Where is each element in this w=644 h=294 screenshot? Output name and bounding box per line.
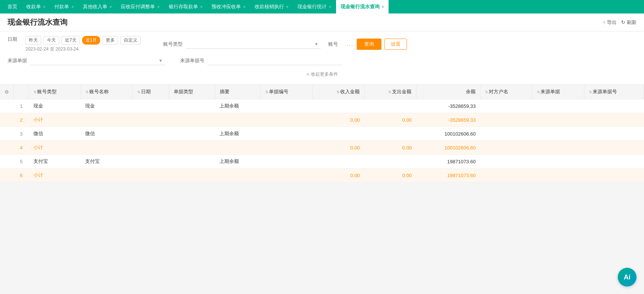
nav-xianjinyinhang[interactable]: 现金银行统计 ×	[293, 0, 336, 13]
cell-source-doc-no	[584, 127, 644, 141]
nav-qitashouru[interactable]: 其他收入单 ×	[78, 0, 116, 13]
close-icon[interactable]: ×	[110, 4, 112, 9]
cell-doc-no	[260, 99, 312, 113]
close-icon[interactable]: ×	[200, 4, 203, 9]
nav-yinhangcunkuan[interactable]: 银行存取款单 ×	[164, 0, 207, 13]
cell-source-doc	[532, 141, 584, 155]
table-row: 6小计0.000.0019871073.60	[0, 169, 644, 182]
cell-expense: 0.00	[364, 169, 416, 182]
cell-counterpart	[480, 155, 532, 169]
col-counterpart[interactable]: ⇅对方户名	[480, 85, 532, 99]
nav-shoukuandan[interactable]: 收款单 ×	[22, 0, 50, 13]
nav-home[interactable]: 首页	[3, 0, 22, 13]
cell-account-type: 现金	[29, 99, 81, 113]
cell-income: 0.00	[312, 169, 365, 182]
cell-settings	[0, 141, 14, 155]
date-btn-today[interactable]: 今天	[44, 36, 59, 45]
cell-date	[133, 127, 169, 141]
nav-fukuandan[interactable]: 付款单 ×	[50, 0, 78, 13]
date-btn-yesterday[interactable]: 昨天	[26, 36, 41, 45]
cell-doc-no	[260, 113, 312, 127]
cell-settings	[0, 169, 14, 182]
cell-expense: 0.00	[364, 141, 416, 155]
account-label: 账号	[328, 41, 343, 48]
cell-expense	[364, 99, 416, 113]
cell-income	[312, 127, 365, 141]
close-icon[interactable]: ×	[286, 4, 288, 9]
account-type-label: 账号类型	[163, 41, 183, 48]
cell-date	[133, 155, 169, 169]
nav-yushouc[interactable]: 预收冲应收单 ×	[207, 0, 250, 13]
cell-income	[312, 155, 365, 169]
col-source-doc[interactable]: ⇅来源单据	[532, 85, 584, 99]
source-doc-no-label: 来源单据号	[180, 57, 204, 64]
table-container: ⚙ ⇅账号类型 ⇅账号名称 ⇅日期 单据类型 摘要 ⇅单据编号 ⇅收入金额 ⇅支…	[0, 85, 644, 182]
cell-doc-type	[169, 99, 215, 113]
cell-account-type: 小计	[29, 113, 81, 127]
cell-balance: 19871073.60	[416, 155, 480, 169]
header-actions: ↑ 导出 ↻ 刷新	[603, 19, 637, 26]
cell-income	[312, 99, 365, 113]
date-btn-custom[interactable]: 自定义	[120, 36, 141, 45]
col-income[interactable]: ⇅收入金额	[312, 85, 365, 99]
date-label: 日期	[8, 36, 23, 43]
col-doc-no[interactable]: ⇅单据编号	[260, 85, 312, 99]
source-doc-select[interactable]: ▾	[30, 56, 165, 65]
cell-summary: 上期余额	[215, 127, 260, 141]
cell-source-doc-no	[584, 113, 644, 127]
settings-button[interactable]: 设置	[384, 39, 407, 50]
cell-counterpart	[480, 127, 532, 141]
dots-button[interactable]: ...	[346, 41, 353, 48]
cell-source-doc-no	[584, 155, 644, 169]
close-icon[interactable]: ×	[382, 4, 384, 9]
date-btn-1month[interactable]: 近1月	[82, 36, 101, 45]
source-doc-filter: 来源单据 ▾	[8, 56, 165, 65]
account-type-select[interactable]: ▾	[186, 40, 321, 49]
export-icon: ↑	[603, 19, 606, 25]
export-button[interactable]: ↑ 导出	[603, 19, 617, 26]
close-icon[interactable]: ×	[43, 4, 45, 9]
col-source-doc-no[interactable]: ⇅来源单据号	[584, 85, 644, 99]
col-date[interactable]: ⇅日期	[133, 85, 169, 99]
cell-date	[133, 113, 169, 127]
close-icon[interactable]: ×	[71, 4, 74, 9]
nav-shoukuanzhixing[interactable]: 收款核销执行 ×	[250, 0, 293, 13]
close-icon[interactable]: ×	[157, 4, 159, 9]
query-button[interactable]: 查询	[357, 39, 381, 50]
cell-doc-type	[169, 127, 215, 141]
cell-source-doc	[532, 155, 584, 169]
cell-settings	[0, 127, 14, 141]
date-btn-more[interactable]: 更多	[102, 36, 118, 45]
cell-doc-type	[169, 113, 215, 127]
col-account-type[interactable]: ⇅账号类型	[29, 85, 81, 99]
cell-account-name: 微信	[81, 127, 133, 141]
cell-date	[133, 169, 169, 182]
cell-source-doc	[532, 127, 584, 141]
cell-num: 4	[14, 141, 29, 155]
cell-doc-type	[169, 155, 215, 169]
refresh-button[interactable]: ↻ 刷新	[621, 19, 636, 26]
cell-num: 2	[14, 113, 29, 127]
close-icon[interactable]: ×	[243, 4, 245, 9]
close-icon[interactable]: ×	[329, 4, 331, 9]
source-doc-no-input[interactable]	[207, 56, 342, 65]
col-doc-type: 单据类型	[169, 85, 215, 99]
nav-yingshouyingfu[interactable]: 应收应付调整单 ×	[116, 0, 164, 13]
col-expense[interactable]: ⇅支出金额	[364, 85, 416, 99]
col-settings[interactable]: ⚙	[0, 85, 14, 99]
col-account-name[interactable]: ⇅账号名称	[81, 85, 133, 99]
collapse-bar[interactable]: ∧ 收起更多条件	[8, 69, 636, 80]
cell-expense: 0.00	[364, 113, 416, 127]
nav-liushui[interactable]: 现金银行流水查询 ×	[336, 0, 389, 13]
date-btn-7days[interactable]: 近7天	[62, 36, 80, 45]
cell-doc-no	[260, 141, 312, 155]
cell-summary	[215, 113, 260, 127]
cell-income: 0.00	[312, 141, 365, 155]
cell-balance: -3528659.33	[416, 113, 480, 127]
cell-doc-no	[260, 127, 312, 141]
cell-balance: 100102606.60	[416, 127, 480, 141]
cell-source-doc	[532, 99, 584, 113]
table-row: 3微信微信上期余额100102606.60	[0, 127, 644, 141]
cell-account-name: 现金	[81, 99, 133, 113]
account-type-filter: 账号类型 ▾	[163, 40, 321, 49]
